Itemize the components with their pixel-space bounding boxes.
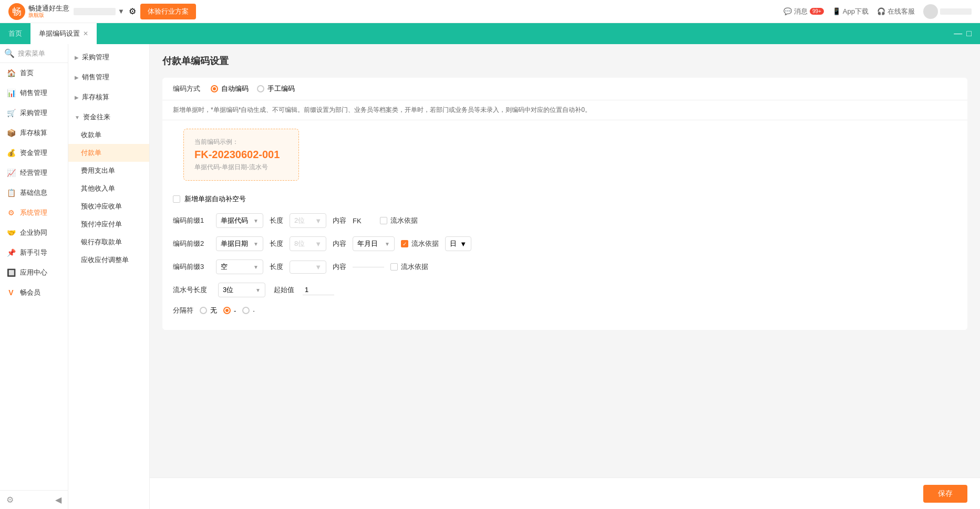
save-button[interactable]: 保存 [923,485,967,503]
online-service-btn[interactable]: 🎧 在线客服 [877,7,915,16]
len2-field[interactable]: 8位 ▼ [290,236,326,251]
top-bar-right: 💬 消息 99+ 📱 App下载 🎧 在线客服 [783,4,972,19]
sep-option-none[interactable]: 无 [200,306,217,315]
sidebar-item-enterprise[interactable]: 🤝 企业协同 [0,223,68,243]
sidebar-collapse-icon[interactable]: ◀ [55,495,61,505]
tab-settings[interactable]: 单据编码设置 ✕ [30,23,97,44]
sidebar-item-home[interactable]: 🏠 首页 [0,63,68,83]
sidebar-item-basic[interactable]: 📋 基础信息 [0,183,68,203]
app-subtitle: 旗舰版 [28,12,69,18]
sidebar-item-system[interactable]: ⚙ 系统管理 [0,203,68,223]
phone-icon: 📱 [832,7,841,15]
auto-encoding-option[interactable]: 自动编码 [211,84,249,94]
sidebar-item-home-label: 首页 [20,68,34,78]
user-avatar [923,4,938,19]
content-label-2: 内容 [333,239,346,248]
stream-checkbox-1[interactable] [380,217,387,224]
encoding-radio-group: 自动编码 手工编码 [211,84,295,94]
tab-maximize-icon[interactable]: □ [966,29,972,38]
prefix3-select[interactable]: 空 ▼ [216,259,263,274]
sub-sidebar: ▶ 采购管理 ▶ 销售管理 ▶ 库存核算 ▼ 资金往来 收款单 [68,44,150,509]
content2-value: 年月日 [357,239,378,248]
sub-arrow-capital: ▼ [75,115,80,120]
sub-item-payment-label: 付款单 [81,148,101,158]
manual-encoding-option[interactable]: 手工编码 [257,84,295,94]
auto-fill-checkbox[interactable] [173,195,180,203]
basic-icon: 📋 [6,188,16,198]
sub-header-sales[interactable]: ▶ 销售管理 [68,68,149,86]
sidebar-settings-icon[interactable]: ⚙ [6,495,14,505]
start-input[interactable] [303,285,334,295]
sub-item-bank[interactable]: 银行存取款单 [68,233,149,251]
water-length-select[interactable]: 3位 ▼ [218,283,265,297]
sub-header-inventory[interactable]: ▶ 库存核算 [68,88,149,106]
sep-radio-dash[interactable] [223,307,231,314]
user-info[interactable] [923,4,972,19]
tab-close-icon[interactable]: ✕ [83,30,88,37]
sidebar-item-purchase-label: 采购管理 [20,108,47,118]
sidebar-item-appcenter-label: 应用中心 [20,268,47,277]
headset-icon: 🎧 [877,7,885,15]
settings-icon[interactable]: ⚙ [129,6,136,16]
content-label-1: 内容 [333,216,346,225]
sidebar-item-member[interactable]: V 畅会员 [0,283,68,303]
sidebar-item-finance[interactable]: 💰 资金管理 [0,143,68,163]
sep-option-dash[interactable]: - [223,307,236,315]
sub-item-prepay-recv[interactable]: 预收冲应收单 [68,198,149,215]
sub-arrow-inventory: ▶ [75,95,79,100]
sidebar-search[interactable]: 🔍 搜索菜单 [0,44,68,63]
auto-encoding-radio[interactable] [211,85,218,92]
sub-item-expense[interactable]: 费用支出单 [68,162,149,180]
prefix2-select[interactable]: 单据日期 ▼ [216,236,263,251]
sidebar-item-inventory[interactable]: 📦 库存核算 [0,123,68,143]
sub-section-inventory: ▶ 库存核算 [68,88,149,106]
manual-encoding-radio[interactable] [257,85,264,92]
len3-field[interactable]: ▼ [290,261,326,274]
message-icon: 💬 [783,7,792,15]
message-btn[interactable]: 💬 消息 99+ [783,7,824,16]
app-download-btn[interactable]: 📱 App下载 [832,7,869,16]
nav-dropdown[interactable]: ▼ [74,7,125,15]
sub-item-receipt[interactable]: 收款单 [68,126,149,144]
sub-header-purchase[interactable]: ▶ 采购管理 [68,48,149,66]
sub-header-capital-label: 资金往来 [83,112,110,122]
sidebar-item-appcenter[interactable]: 🔲 应用中心 [0,263,68,283]
sidebar-item-purchase[interactable]: 🛒 采购管理 [0,103,68,123]
tab-home[interactable]: 首页 [0,23,30,44]
len-label-3: 长度 [270,262,283,272]
sep-dot-label: · [253,307,255,315]
purchase-icon: 🛒 [6,108,16,118]
sub-item-other-income[interactable]: 其他收入单 [68,180,149,198]
sep-radio-dot[interactable] [242,307,250,314]
tab-home-label: 首页 [8,29,22,38]
top-bar-nav: ▼ ⚙ [74,6,136,16]
len1-field[interactable]: 2位 ▼ [290,213,326,228]
sidebar-item-operation[interactable]: 📈 经营管理 [0,163,68,183]
page-title: 付款单编码设置 [162,55,967,67]
sub-item-prepay-pay[interactable]: 预付冲应付单 [68,215,149,233]
sidebar-item-newguide[interactable]: 📌 新手引导 [0,243,68,263]
app-title: 畅捷通好生意 [28,4,69,13]
sub-item-payment[interactable]: 付款单 [68,144,149,162]
sep-none-label: 无 [210,306,217,315]
tab-minimize-icon[interactable]: — [954,29,962,38]
sidebar-item-sales[interactable]: 📊 销售管理 [0,83,68,103]
sub-item-adjust[interactable]: 应收应付调整单 [68,251,149,269]
sidebar: 🔍 搜索菜单 🏠 首页 📊 销售管理 🛒 采购管理 📦 库存核算 💰 [0,44,68,509]
appcenter-icon: 🔲 [6,268,16,277]
stream-checkbox-3[interactable] [390,263,398,271]
prefix1-select[interactable]: 单据代码 ▼ [216,213,263,228]
stream-checkbox-2[interactable]: ✓ [401,240,408,247]
stream-text-1: 流水依据 [390,216,418,225]
sep-option-dot[interactable]: · [242,307,255,315]
start-label: 起始值 [274,285,294,295]
sub-header-capital[interactable]: ▼ 资金往来 [68,108,149,126]
sep-radio-none[interactable] [200,307,207,314]
main-content-card: 编码方式 自动编码 手工编码 新增单据时，*单据编码*自动生成、不可编辑。前缀设… [162,78,967,330]
len1-value: 2位 [294,216,305,225]
content2-select[interactable]: 年月日 ▼ [353,236,395,251]
tab-bar-actions: — □ [954,29,980,38]
day-select[interactable]: 日 ▼ [445,236,471,251]
trial-btn[interactable]: 体验行业方案 [140,4,196,19]
sidebar-item-finance-label: 资金管理 [20,148,47,158]
